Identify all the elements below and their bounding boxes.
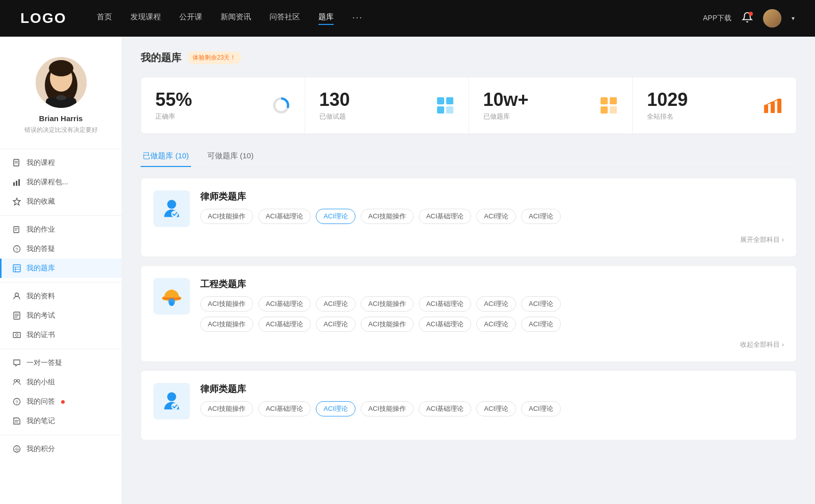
sidebar-profile: Brian Harris 错误的决定比没有决定要好 xyxy=(0,47,122,145)
chat-icon xyxy=(12,358,21,368)
tag-lawyer2-3-active[interactable]: ACI理论 xyxy=(316,401,356,416)
tag-lawyer-7[interactable]: ACI理论 xyxy=(521,209,561,224)
sidebar-item-points[interactable]: 分 我的积分 xyxy=(0,439,122,459)
svg-rect-40 xyxy=(446,97,453,104)
stat-banks-done: 10w+ 已做题库 xyxy=(469,77,633,133)
nav-discover[interactable]: 发现课程 xyxy=(130,12,161,25)
tag-lawyer-4[interactable]: ACI技能操作 xyxy=(361,209,414,224)
tag-lawyer-2[interactable]: ACI基础理论 xyxy=(258,209,311,224)
chart-icon xyxy=(764,96,782,115)
tag-eng-10[interactable]: ACI理论 xyxy=(316,317,356,332)
doc-icon xyxy=(12,311,21,320)
nav-tiku[interactable]: 题库 xyxy=(318,12,334,25)
svg-point-30 xyxy=(17,380,20,382)
sidebar-item-tiku[interactable]: 我的题库 xyxy=(0,259,122,278)
svg-text:?: ? xyxy=(15,400,18,405)
app-download-button[interactable]: APP下载 xyxy=(703,14,731,23)
stats-row: 55% 正确率 130 已做试题 xyxy=(141,77,797,134)
tag-lawyer2-1[interactable]: ACI技能操作 xyxy=(200,401,253,416)
tag-lawyer-3-active[interactable]: ACI理论 xyxy=(316,209,356,224)
tag-lawyer2-2[interactable]: ACI基础理论 xyxy=(258,401,311,416)
exam-label: 我的考试 xyxy=(26,311,55,320)
tag-eng-11[interactable]: ACI技能操作 xyxy=(361,317,414,332)
lawyer-2-person-icon xyxy=(160,390,183,412)
tag-lawyer-6[interactable]: ACI理论 xyxy=(476,209,516,224)
tag-eng-13[interactable]: ACI理论 xyxy=(476,317,516,332)
navbar: LOGO 首页 发现课程 公开课 新闻资讯 问答社区 题库 ··· APP下载 … xyxy=(0,0,815,37)
sidebar-item-course-pack[interactable]: 我的课程包... xyxy=(0,173,122,192)
avatar-dropdown-arrow[interactable]: ▾ xyxy=(792,15,795,22)
avatar[interactable] xyxy=(763,9,781,27)
favorites-label: 我的收藏 xyxy=(26,197,55,206)
nav-news[interactable]: 新闻资讯 xyxy=(221,12,251,25)
sidebar-avatar xyxy=(36,57,87,108)
sidebar-item-notes[interactable]: 我的笔记 xyxy=(0,411,122,431)
lawyer-expand-link[interactable]: 展开全部科目 › xyxy=(153,235,784,244)
sidebar-item-cert[interactable]: 我的证书 xyxy=(0,325,122,345)
tag-eng-8[interactable]: ACI技能操作 xyxy=(200,317,253,332)
nav-qa[interactable]: 问答社区 xyxy=(269,12,300,25)
tag-eng-7[interactable]: ACI理论 xyxy=(521,296,561,312)
stat-accuracy-value: 55% xyxy=(155,90,265,110)
tag-eng-1[interactable]: ACI技能操作 xyxy=(200,296,253,312)
tag-eng-5[interactable]: ACI基础理论 xyxy=(419,296,472,312)
tag-lawyer2-5[interactable]: ACI基础理论 xyxy=(419,401,472,416)
tag-lawyer-5[interactable]: ACI基础理论 xyxy=(419,209,472,224)
tag-eng-4[interactable]: ACI技能操作 xyxy=(361,296,414,312)
sidebar-item-1on1[interactable]: 一对一答疑 xyxy=(0,353,122,373)
divider-4 xyxy=(0,349,122,349)
tag-eng-2[interactable]: ACI基础理论 xyxy=(258,296,311,312)
svg-text:分: 分 xyxy=(15,447,19,452)
sidebar-item-homework[interactable]: 我的作业 xyxy=(0,220,122,239)
tag-eng-12[interactable]: ACI基础理论 xyxy=(419,317,472,332)
table-icon xyxy=(12,264,21,273)
svg-rect-49 xyxy=(777,99,781,113)
tag-lawyer2-7[interactable]: ACI理论 xyxy=(521,401,561,416)
svg-point-58 xyxy=(167,392,176,401)
qa-icon: ? xyxy=(12,397,21,406)
sidebar-item-profile[interactable]: 我的资料 xyxy=(0,287,122,306)
user-motto: 错误的决定比没有决定要好 xyxy=(10,126,112,134)
nav-open[interactable]: 公开课 xyxy=(179,12,202,25)
bar-chart-icon xyxy=(12,178,21,187)
tab-available[interactable]: 可做题库 (10) xyxy=(205,146,256,167)
cert-label: 我的证书 xyxy=(26,330,55,340)
tag-eng-9[interactable]: ACI基础理论 xyxy=(258,317,311,332)
nav-more[interactable]: ··· xyxy=(352,12,363,25)
svg-rect-47 xyxy=(764,105,768,113)
sidebar-item-exam[interactable]: 我的考试 xyxy=(0,306,122,325)
svg-point-28 xyxy=(16,334,18,337)
engineering-icon-wrap xyxy=(153,278,190,315)
svg-rect-46 xyxy=(610,106,617,114)
sidebar-item-course[interactable]: 我的课程 xyxy=(0,153,122,173)
page-title: 我的题库 xyxy=(141,51,181,65)
sidebar-item-qa-mine[interactable]: ? 我的答疑 xyxy=(0,239,122,259)
sidebar-item-group[interactable]: 我的小组 xyxy=(0,373,122,392)
stat-questions-done-value: 130 xyxy=(319,90,429,110)
divider-2 xyxy=(0,215,122,216)
tag-lawyer2-6[interactable]: ACI理论 xyxy=(476,401,516,416)
tag-eng-6[interactable]: ACI理论 xyxy=(476,296,516,312)
sidebar-item-favorites[interactable]: 我的收藏 xyxy=(0,192,122,211)
svg-rect-10 xyxy=(16,181,17,186)
tag-eng-3[interactable]: ACI理论 xyxy=(316,296,356,312)
tag-lawyer-1[interactable]: ACI技能操作 xyxy=(200,209,253,224)
edit-icon xyxy=(12,225,21,234)
engineering-collapse-link[interactable]: 收起全部科目 › xyxy=(153,340,784,349)
stat-accuracy-text: 55% 正确率 xyxy=(155,90,265,121)
grid-orange-icon xyxy=(600,96,618,115)
bell-icon[interactable] xyxy=(742,12,753,25)
myqa-notification-dot xyxy=(61,400,65,404)
sidebar-item-myqa[interactable]: ? 我的问答 xyxy=(0,392,122,411)
nav-home[interactable]: 首页 xyxy=(97,12,112,25)
lawyer-tags-row: ACI技能操作 ACI基础理论 ACI理论 ACI技能操作 ACI基础理论 AC… xyxy=(200,209,784,224)
stat-questions-done-label: 已做试题 xyxy=(319,112,429,121)
tabs: 已做题库 (10) 可做题库 (10) xyxy=(141,146,797,167)
svg-point-29 xyxy=(14,380,17,382)
tag-eng-14[interactable]: ACI理论 xyxy=(521,317,561,332)
tag-lawyer2-4[interactable]: ACI技能操作 xyxy=(361,401,414,416)
qbank-section-lawyer-title: 律师类题库 xyxy=(200,190,784,203)
donut-chart-icon xyxy=(272,96,290,115)
tab-done[interactable]: 已做题库 (10) xyxy=(141,146,191,167)
svg-rect-39 xyxy=(437,97,444,104)
